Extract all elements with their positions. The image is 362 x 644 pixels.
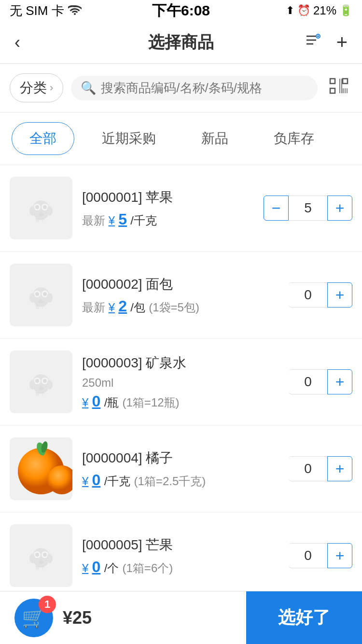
nav-bar: ‹ 选择商品 + <box>0 21 362 64</box>
price-sub: (1箱=6个) <box>123 561 173 574</box>
svg-rect-5 <box>330 79 335 84</box>
page-title: 选择商品 <box>148 31 214 54</box>
list-item: 智十 [0000005] 芒果 ¥ 0 /个 (1箱=6个) + <box>0 513 362 599</box>
quantity-input[interactable] <box>289 456 327 481</box>
increase-button[interactable]: + <box>327 282 352 308</box>
quantity-input[interactable] <box>289 196 327 221</box>
filter-icon[interactable] <box>305 31 322 53</box>
svg-point-56 <box>47 554 53 563</box>
price-yuan: ¥ <box>109 214 115 227</box>
barcode-button[interactable] <box>325 76 352 100</box>
increase-button[interactable]: + <box>327 369 352 394</box>
cart-button[interactable]: 🛒 1 <box>14 599 53 637</box>
quantity-control: + <box>289 282 352 308</box>
tab-recent[interactable]: 近期采购 <box>84 122 174 155</box>
carrier-label: 无 SIM 卡 <box>10 2 64 19</box>
add-button[interactable]: + <box>336 31 348 53</box>
svg-point-40 <box>29 380 35 390</box>
list-item: [0000004] 橘子 ¥ 0 /千克 (1箱=2.5千克) + <box>0 426 362 512</box>
quantity-control: + <box>289 456 352 481</box>
product-name: [0000003] 矿泉水 <box>82 354 279 372</box>
tab-negative[interactable]: 负库存 <box>256 122 332 155</box>
confirm-button[interactable]: 选好了 <box>246 591 362 644</box>
price-sub: (1袋=5包) <box>149 301 199 314</box>
product-image-placeholder: 智十 <box>10 264 72 326</box>
wifi-icon <box>68 3 82 18</box>
svg-text:智十: 智十 <box>35 391 45 396</box>
quantity-control: − + <box>264 196 352 221</box>
tab-new[interactable]: 新品 <box>183 122 246 155</box>
price-yuan: ¥ <box>109 301 115 314</box>
category-button[interactable]: 分类 › <box>10 73 63 102</box>
svg-point-41 <box>47 380 53 390</box>
battery-icon: 🔋 <box>339 4 352 17</box>
product-spec: 250ml <box>82 376 279 390</box>
product-image-wrap: 智十 <box>10 524 72 587</box>
product-name: [0000005] 芒果 <box>82 536 279 554</box>
bottom-bar: 🛒 1 ¥25 选好了 <box>0 591 362 644</box>
list-item: 智十 [0000002] 面包 最新 ¥ 2 /包 (1袋=5包) + <box>0 252 362 338</box>
search-icon: 🔍 <box>81 81 96 96</box>
status-bar-right: ⬆ ⏰ 21% 🔋 <box>286 4 352 17</box>
alarm-icon: ⏰ <box>297 4 310 17</box>
svg-point-30 <box>29 293 35 303</box>
product-price: ¥ 0 /个 (1箱=6个) <box>82 558 279 576</box>
product-info: [0000003] 矿泉水 250ml ¥ 0 /瓶 (1箱=12瓶) <box>82 354 279 410</box>
quantity-input[interactable] <box>289 282 327 308</box>
status-bar-left: 无 SIM 卡 <box>10 2 82 19</box>
price-amount: 0 <box>92 392 101 410</box>
product-image-wrap: 智十 <box>10 177 72 239</box>
price-yuan: ¥ <box>82 396 88 409</box>
svg-point-52 <box>43 553 47 557</box>
product-info: [0000001] 苹果 最新 ¥ 5 /千克 <box>82 188 254 228</box>
tab-all[interactable]: 全部 <box>12 122 74 155</box>
chevron-icon: › <box>50 82 53 94</box>
svg-point-27 <box>43 292 47 296</box>
search-input[interactable] <box>101 81 308 96</box>
svg-text:智十: 智十 <box>35 565 45 570</box>
increase-button[interactable]: + <box>327 543 352 568</box>
svg-point-20 <box>29 206 35 216</box>
battery-label: 21% <box>313 4 336 17</box>
product-image <box>10 437 72 500</box>
decrease-button[interactable]: − <box>264 196 289 221</box>
cart-section: 🛒 1 ¥25 <box>0 599 246 637</box>
increase-button[interactable]: + <box>327 456 352 481</box>
back-button[interactable]: ‹ <box>14 32 20 53</box>
svg-point-17 <box>43 205 47 209</box>
product-image-placeholder: 智十 <box>10 350 72 413</box>
svg-point-16 <box>35 205 39 209</box>
svg-point-26 <box>35 292 39 296</box>
price-label: 最新 <box>82 301 109 314</box>
product-info: [0000002] 面包 最新 ¥ 2 /包 (1袋=5包) <box>82 275 279 315</box>
product-image-wrap: 智十 <box>10 264 72 326</box>
product-name: [0000004] 橘子 <box>82 449 279 467</box>
price-unit: /瓶 <box>104 396 119 409</box>
price-unit: /包 <box>130 301 145 314</box>
filter-search-bar: 分类 › 🔍 <box>0 64 362 112</box>
svg-point-21 <box>47 206 53 216</box>
product-price: ¥ 0 /千克 (1箱=2.5千克) <box>82 471 279 489</box>
price-amount: 0 <box>92 471 101 489</box>
price-sub: (1箱=12瓶) <box>123 396 180 409</box>
svg-point-36 <box>35 379 39 383</box>
price-yuan: ¥ <box>82 475 88 488</box>
price-label: 最新 <box>82 214 109 227</box>
product-price: ¥ 0 /瓶 (1箱=12瓶) <box>82 392 279 410</box>
quantity-input[interactable] <box>289 369 327 394</box>
status-bar: 无 SIM 卡 下午6:08 ⬆ ⏰ 21% 🔋 <box>0 0 362 21</box>
product-image-placeholder: 智十 <box>10 524 72 587</box>
product-image-wrap: 智十 <box>10 350 72 413</box>
product-info: [0000004] 橘子 ¥ 0 /千克 (1箱=2.5千克) <box>82 449 279 489</box>
svg-rect-6 <box>343 79 348 84</box>
quantity-input[interactable] <box>289 543 327 568</box>
price-yuan: ¥ <box>82 561 88 574</box>
cart-badge: 1 <box>39 596 56 613</box>
increase-button[interactable]: + <box>327 196 352 221</box>
price-amount: 0 <box>92 558 101 575</box>
list-item: 智十 [0000003] 矿泉水 250ml ¥ 0 /瓶 (1箱=12瓶) + <box>0 339 362 425</box>
product-name: [0000001] 苹果 <box>82 188 254 207</box>
svg-point-31 <box>47 293 53 303</box>
price-amount: 2 <box>118 297 127 315</box>
price-unit: /个 <box>104 561 119 574</box>
